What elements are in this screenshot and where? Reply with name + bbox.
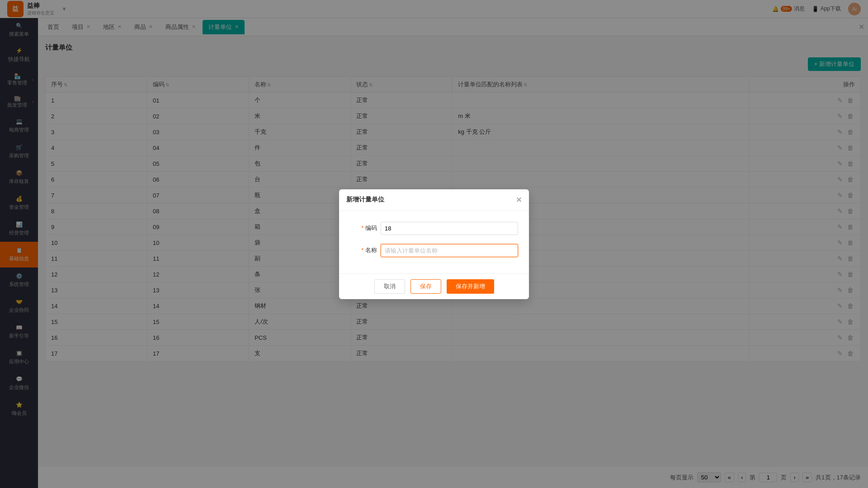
modal-footer: 取消 保存 保存并新增: [339, 273, 529, 299]
name-input[interactable]: [381, 244, 518, 257]
code-label: 编码: [350, 224, 377, 232]
cancel-button[interactable]: 取消: [374, 279, 405, 294]
form-row-name: 名称: [350, 244, 518, 257]
save-new-button[interactable]: 保存并新增: [447, 279, 494, 294]
modal-overlay: 新增计量单位 ✕ 编码 名称 取消 保存 保存并新增: [0, 0, 868, 488]
code-input[interactable]: [381, 222, 518, 235]
add-unit-modal: 新增计量单位 ✕ 编码 名称 取消 保存 保存并新增: [339, 189, 529, 299]
form-row-code: 编码: [350, 222, 518, 235]
modal-close-btn[interactable]: ✕: [516, 196, 522, 204]
save-button[interactable]: 保存: [410, 279, 441, 294]
modal-header: 新增计量单位 ✕: [339, 189, 529, 211]
modal-title: 新增计量单位: [346, 196, 384, 204]
name-label: 名称: [350, 246, 377, 254]
modal-body: 编码 名称: [339, 211, 529, 273]
